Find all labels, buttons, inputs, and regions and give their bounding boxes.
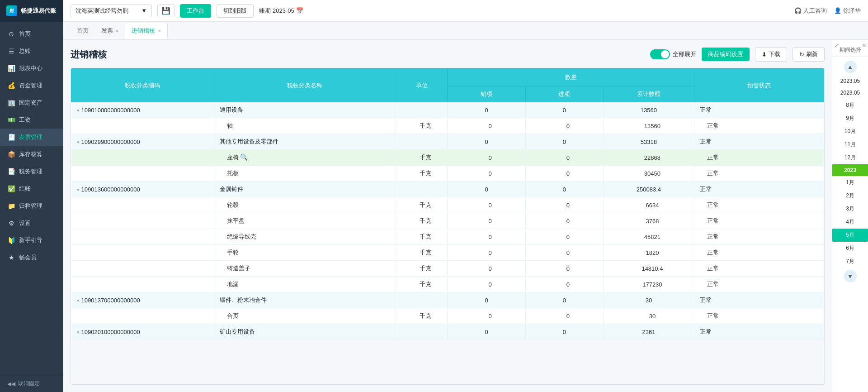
td-warning: 正常	[694, 102, 824, 118]
expand-icon[interactable]: ▾	[77, 330, 80, 335]
period-item[interactable]: 2023.05	[832, 87, 868, 99]
period-item[interactable]: 1月	[832, 176, 868, 189]
td-cumulative: 13560	[603, 118, 694, 134]
td-code	[71, 277, 214, 292]
topbar: 沈海英测试经营勿删 ▼ 💾 工作台 切到旧版 账期 2023-05 📅 🎧 人工…	[63, 0, 868, 22]
product-code-button[interactable]: 商品编码设置	[702, 48, 750, 61]
td-code	[71, 261, 214, 277]
td-code	[71, 213, 214, 229]
period-item[interactable]: 12月	[832, 151, 868, 164]
td-warning: 正常	[694, 182, 824, 197]
td-unit: 千克	[396, 166, 448, 182]
td-code	[71, 245, 214, 261]
sidebar-item-member[interactable]: ★ 畅会员	[0, 249, 63, 266]
sidebar-item-assets[interactable]: 🏢 固定资产	[0, 94, 63, 111]
period-item[interactable]: 5月	[832, 229, 868, 242]
td-name: 合页	[214, 308, 396, 324]
td-unit: 千克	[396, 213, 448, 229]
assets-icon: 🏢	[7, 99, 15, 106]
sidebar-item-reports[interactable]: 📊 报表中心	[0, 60, 63, 77]
download-button[interactable]: ⬇ 下载	[755, 47, 787, 62]
td-purchase: 0	[525, 102, 603, 118]
period-item[interactable]: 2023.05	[832, 75, 868, 87]
calendar-icon[interactable]: 📅	[296, 7, 303, 14]
td-unit: 千克	[396, 245, 448, 261]
td-cumulative: 30	[603, 308, 694, 324]
period-item[interactable]: 7月	[832, 255, 868, 268]
sidebar-item-archive[interactable]: 📁 归档管理	[0, 197, 63, 215]
expand-all-label: 全部展开	[673, 50, 696, 58]
sidebar-item-capital[interactable]: 💰 资金管理	[0, 77, 63, 94]
sidebar-item-inventory[interactable]: 📦 库存核算	[0, 146, 63, 163]
td-cumulative: 2361	[603, 324, 694, 340]
download-label: 下载	[769, 50, 780, 58]
expand-icon[interactable]: ▾	[77, 139, 80, 145]
expand-icon[interactable]: ▾	[77, 108, 80, 113]
header-actions: 全部展开 商品编码设置 ⬇ 下载 ↻ 刷新	[650, 47, 825, 62]
period-item[interactable]: 2023	[832, 164, 868, 176]
tab-reconcile[interactable]: 进销稽核 ×	[125, 23, 167, 39]
search-icon[interactable]: 🔍	[240, 153, 248, 161]
sidebar-unpin[interactable]: ◀◀ 取消固定	[0, 375, 63, 392]
td-sales: 0	[448, 182, 525, 197]
td-unit: 千克	[396, 150, 448, 166]
tab-home[interactable]: 首页	[71, 23, 95, 38]
period-item[interactable]: 6月	[832, 242, 868, 255]
archive-icon: 📁	[7, 202, 15, 210]
sidebar-item-invoice[interactable]: 🧾 发票管理	[0, 129, 63, 146]
user-profile[interactable]: 👤 徐泽华	[834, 7, 861, 15]
expand-all-toggle[interactable]: 全部展开	[650, 49, 696, 59]
tab-reconcile-close[interactable]: ×	[158, 28, 160, 33]
sidebar-item-settlement[interactable]: ✅ 结账	[0, 180, 63, 197]
th-tax-name: 税收分类名称	[214, 69, 396, 102]
td-unit	[396, 182, 448, 197]
tab-reconcile-label: 进销稽核	[132, 27, 155, 35]
save-icon-button[interactable]: 💾	[157, 4, 175, 17]
td-purchase: 0	[525, 277, 603, 292]
sidebar-item-guide[interactable]: 🔰 新手引导	[0, 232, 63, 249]
expand-toggle-switch[interactable]	[650, 49, 670, 59]
td-purchase: 0	[525, 118, 603, 134]
company-selector[interactable]: 沈海英测试经营勿删 ▼	[71, 5, 152, 17]
sidebar-item-ledger[interactable]: ☰ 总账	[0, 43, 63, 60]
sidebar-item-home[interactable]: ⊙ 首页	[0, 25, 63, 43]
td-cumulative: 45821	[603, 229, 694, 245]
period-item[interactable]: 4月	[832, 215, 868, 229]
unpin-label: 取消固定	[18, 380, 40, 387]
workbench-button[interactable]: 工作台	[180, 4, 211, 18]
period-up-button[interactable]: ▲	[844, 61, 857, 73]
sidebar-item-payroll[interactable]: 💵 工资	[0, 111, 63, 129]
refresh-icon: ↻	[799, 51, 804, 58]
td-code: ▾109013600000000000	[71, 182, 214, 197]
period-down-button[interactable]: ▼	[844, 270, 857, 282]
td-purchase: 0	[525, 197, 603, 213]
td-cumulative: 13560	[603, 102, 694, 118]
period-item[interactable]: 9月	[832, 112, 868, 125]
service-button[interactable]: 🎧 人工咨询	[794, 7, 827, 15]
td-cumulative: 22868	[603, 150, 694, 166]
sidebar-item-payroll-label: 工资	[19, 116, 31, 124]
tab-invoice-close[interactable]: ×	[116, 28, 118, 33]
tab-invoice[interactable]: 发票 ×	[95, 23, 125, 38]
td-unit: 千克	[396, 118, 448, 134]
td-sales: 0	[448, 308, 525, 324]
period-item[interactable]: 10月	[832, 125, 868, 138]
period-item[interactable]: 2月	[832, 189, 868, 202]
panel-expand-button[interactable]: ⤢	[834, 42, 840, 49]
capital-icon: 💰	[7, 82, 15, 89]
sidebar-item-settings[interactable]: ⚙ 设置	[0, 215, 63, 232]
table-body: ▾109010000000000000 通用设备 0 0 13560 正常 轴 …	[71, 102, 824, 340]
period-item[interactable]: 11月	[832, 138, 868, 151]
period-item[interactable]: 8月	[832, 99, 868, 112]
switch-version-button[interactable]: 切到旧版	[217, 4, 254, 18]
sidebar-item-tax[interactable]: 📑 税务管理	[0, 163, 63, 180]
settlement-icon: ✅	[7, 185, 15, 192]
refresh-button[interactable]: ↻ 刷新	[793, 47, 825, 62]
expand-icon[interactable]: ▾	[77, 298, 80, 303]
expand-icon[interactable]: ▾	[77, 187, 80, 192]
td-sales: 0	[448, 277, 525, 292]
td-warning: 正常	[694, 118, 824, 134]
panel-close-button[interactable]: ×	[862, 42, 866, 50]
period-item[interactable]: 3月	[832, 202, 868, 215]
th-tax-code: 税收分类编码	[71, 69, 214, 102]
